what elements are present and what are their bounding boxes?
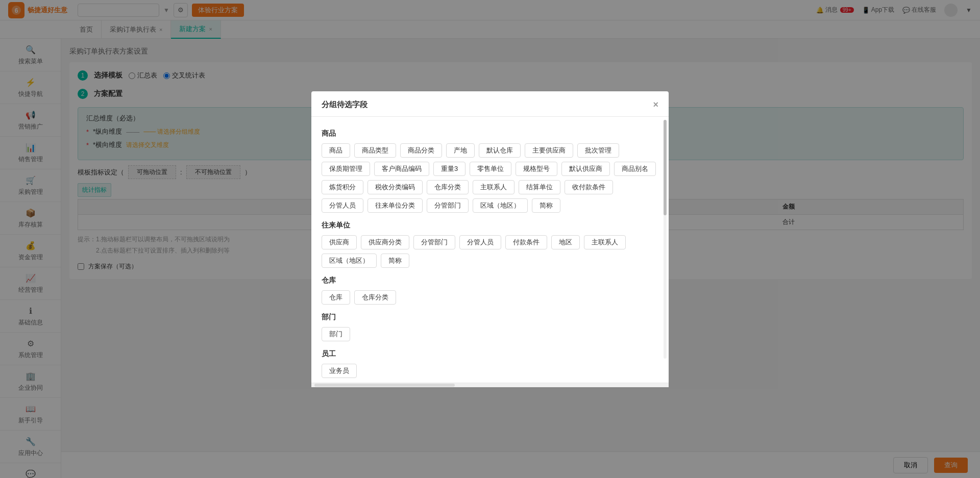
field-settlement-unit[interactable]: 结算单位 xyxy=(519,180,560,194)
field-default-warehouse[interactable]: 默认仓库 xyxy=(479,143,521,158)
field-refine-points[interactable]: 炼货积分 xyxy=(322,180,363,194)
modal-body[interactable]: 商品 商品 商品类型 商品分类 产地 默认仓库 主要供应商 批次管理 保质期管理… xyxy=(311,117,669,383)
field-short-name-partner[interactable]: 简称 xyxy=(381,254,409,268)
field-main-contact[interactable]: 主联系人 xyxy=(473,180,514,194)
field-main-supplier[interactable]: 主要供应商 xyxy=(525,143,573,158)
field-product-type[interactable]: 商品类型 xyxy=(354,143,396,158)
field-region-product[interactable]: 区域（地区） xyxy=(473,198,528,213)
field-tax-code[interactable]: 税收分类编码 xyxy=(368,180,423,194)
field-warehouse-cat[interactable]: 仓库分类 xyxy=(354,290,396,305)
modal-vscroll[interactable] xyxy=(664,120,667,359)
field-main-contact-partner[interactable]: 主联系人 xyxy=(584,235,626,249)
modal-hscroll[interactable] xyxy=(311,383,669,387)
field-warehouse[interactable]: 仓库 xyxy=(322,290,350,305)
dept-fields: 部门 xyxy=(322,327,658,341)
field-origin[interactable]: 产地 xyxy=(446,143,475,158)
field-customer-code[interactable]: 客户商品编码 xyxy=(374,162,429,176)
field-salesperson[interactable]: 业务员 xyxy=(322,364,357,378)
section-title-product: 商品 xyxy=(322,129,658,138)
field-supplier-category[interactable]: 供应商分类 xyxy=(361,235,409,249)
modal-vscroll-thumb xyxy=(664,120,667,215)
field-product[interactable]: 商品 xyxy=(322,143,350,158)
field-department[interactable]: 部门 xyxy=(322,327,350,341)
partner-fields: 供应商 供应商分类 分管部门 分管人员 付款条件 地区 主联系人 区域（地区） … xyxy=(322,235,658,268)
modal-hscroll-thumb xyxy=(314,384,455,387)
field-dept-partner[interactable]: 分管部门 xyxy=(413,235,455,249)
field-payment-terms[interactable]: 收付款条件 xyxy=(565,180,613,194)
modal-dialog: 分组待选字段 × 商品 商品 商品类型 商品分类 产地 默认仓库 主要供应商 批… xyxy=(311,91,669,387)
field-product-category[interactable]: 商品分类 xyxy=(400,143,442,158)
section-title-warehouse: 仓库 xyxy=(322,276,658,285)
product-fields: 商品 商品类型 商品分类 产地 默认仓库 主要供应商 批次管理 保质期管理 客户… xyxy=(322,143,658,213)
field-partner-category[interactable]: 往来单位分类 xyxy=(368,198,423,213)
section-title-dept: 部门 xyxy=(322,313,658,322)
section-title-employee: 员工 xyxy=(322,349,658,359)
field-supplier[interactable]: 供应商 xyxy=(322,235,357,249)
modal-header: 分组待选字段 × xyxy=(311,91,669,117)
field-short-name-product[interactable]: 简称 xyxy=(532,198,560,213)
field-batch-mgmt[interactable]: 批次管理 xyxy=(577,143,619,158)
section-title-partner: 往来单位 xyxy=(322,221,658,230)
field-spec-model[interactable]: 规格型号 xyxy=(516,162,557,176)
modal-title: 分组待选字段 xyxy=(322,100,368,110)
field-retail-unit[interactable]: 零售单位 xyxy=(470,162,511,176)
field-region-partner[interactable]: 地区 xyxy=(551,235,580,249)
employee-fields: 业务员 xyxy=(322,364,658,378)
field-weight3[interactable]: 重量3 xyxy=(433,162,465,176)
field-dept[interactable]: 分管部门 xyxy=(427,198,469,213)
field-default-supplier[interactable]: 默认供应商 xyxy=(561,162,610,176)
field-warehouse-category[interactable]: 仓库分类 xyxy=(427,180,469,194)
modal-close-button[interactable]: × xyxy=(653,99,658,110)
warehouse-fields: 仓库 仓库分类 xyxy=(322,290,658,305)
field-supervisor-partner[interactable]: 分管人员 xyxy=(459,235,501,249)
field-payment-partner[interactable]: 付款条件 xyxy=(505,235,547,249)
field-shelf-life[interactable]: 保质期管理 xyxy=(322,162,370,176)
field-region2-partner[interactable]: 区域（地区） xyxy=(322,254,377,268)
modal-overlay: 分组待选字段 × 商品 商品 商品类型 商品分类 产地 默认仓库 主要供应商 批… xyxy=(0,0,980,478)
field-product-alias[interactable]: 商品别名 xyxy=(614,162,656,176)
field-supervisor[interactable]: 分管人员 xyxy=(322,198,363,213)
